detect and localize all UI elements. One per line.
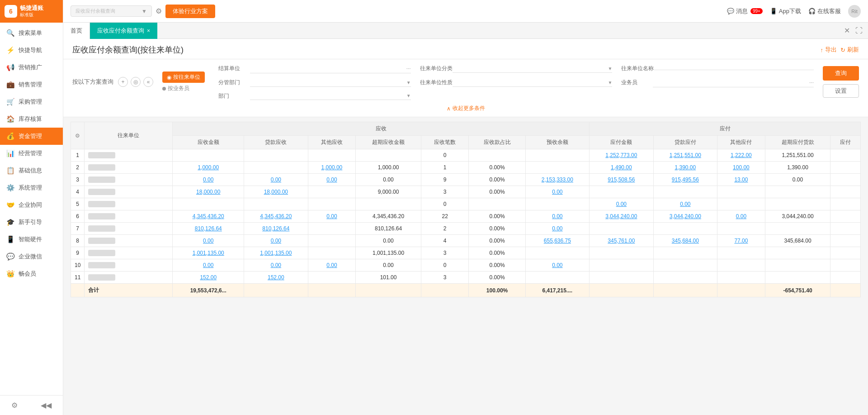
scheme-partner-unit[interactable]: ◉ 按往来单位 <box>162 72 205 83</box>
tabbar-actions: ✕ ⛶ <box>842 24 868 37</box>
sidebar-item-label-5: 库存核算 <box>19 115 42 123</box>
sidebar-item-icon-1: ⚡ <box>6 46 15 54</box>
edit-scheme-btn[interactable]: ◎ <box>131 77 141 87</box>
col-recv-0: 应收金额 <box>173 136 244 149</box>
sidebar-item-2[interactable]: 📢营销推广 <box>0 59 63 76</box>
sidebar-item-label-0: 搜索菜单 <box>19 29 42 37</box>
data-table: ⚙ 往来单位 应收 应付 应收金额贷款应收其他应收超期应收金额应收笔数应收款占比… <box>71 122 861 297</box>
sidebar-item-label-14: 畅会员 <box>19 270 36 278</box>
col-recv-3: 超期应收金额 <box>356 136 421 149</box>
sidebar-item-6[interactable]: 💰资金管理 <box>0 128 63 145</box>
search-area: 按以下方案查询 + ◎ « ◉ 按往来单位 按业务员 <box>63 59 868 117</box>
sidebar-item-label-9: 系统管理 <box>19 184 42 192</box>
service-icon: 🎧 <box>808 8 816 14</box>
service-btn[interactable]: 🎧 在线客服 <box>808 7 841 15</box>
col-payable-group: 应付 <box>590 122 861 136</box>
tab-home[interactable]: 首页 <box>63 23 90 39</box>
message-btn[interactable]: 💬 消息 99+ <box>727 7 763 15</box>
sidebar-item-12[interactable]: 📱智能硬件 <box>0 231 63 248</box>
expand-scheme-btn[interactable]: « <box>143 77 153 87</box>
sidebar-item-11[interactable]: 🎓新手引导 <box>0 214 63 231</box>
footer-label: 合计 <box>85 284 173 297</box>
col-recv-4: 应收笔数 <box>421 136 469 149</box>
table-container: ⚙ 往来单位 应收 应付 应收金额贷款应收其他应收超期应收金额应收笔数应收款占比… <box>63 117 868 415</box>
sidebar-item-icon-3: 💼 <box>6 81 15 89</box>
partner-name-input[interactable] <box>654 67 814 70</box>
app-download-btn[interactable]: 📱 App下载 <box>770 7 801 15</box>
sidebar-item-9[interactable]: ⚙️系统管理 <box>0 179 63 196</box>
footer-prepay: 6,417,215.... <box>525 284 590 297</box>
sidebar-item-label-3: 销售管理 <box>19 81 42 89</box>
field-partner-nature: 往来单位性质 ▼ <box>420 78 613 87</box>
promo-button[interactable]: 体验行业方案 <box>165 5 215 18</box>
sidebar-item-icon-2: 📢 <box>6 63 15 72</box>
salesperson-input[interactable]: ··· <box>653 78 814 87</box>
topbar-gear-icon[interactable]: ⚙ <box>156 7 162 15</box>
refresh-button[interactable]: ↻ 刷新 <box>840 46 859 54</box>
sidebar-item-icon-0: 🔍 <box>6 29 15 37</box>
sidebar-item-8[interactable]: 📋基础信息 <box>0 162 63 179</box>
tab-close-all-icon[interactable]: ✕ <box>842 24 852 37</box>
collapse-conditions-btn[interactable]: ∧ 收起更多条件 <box>72 105 859 112</box>
settings-footer-icon[interactable]: ⚙ <box>9 399 19 411</box>
export-button[interactable]: ↑ 导出 <box>821 46 837 54</box>
sidebar-footer: ⚙ ◀◀ <box>0 395 63 415</box>
col-pay-3: 超期应付货款 <box>765 136 830 149</box>
sidebar-item-5[interactable]: 🏠库存核算 <box>0 110 63 128</box>
scheme-salesperson[interactable]: 按业务员 <box>162 85 205 92</box>
department-input[interactable]: ▼ <box>250 92 411 100</box>
tab-active[interactable]: 应收应付余额查询 × <box>90 23 157 39</box>
settlement-unit-input[interactable]: ··· <box>250 64 411 73</box>
topbar: 应收应付余额查询 ▼ ⚙ 体验行业方案 💬 消息 99+ 📱 App下载 🎧 <box>63 0 868 23</box>
table-row: 11 152.00152.00101.0030.00% <box>71 272 861 284</box>
sidebar-item-10[interactable]: 🤝企业协同 <box>0 196 63 214</box>
add-scheme-btn[interactable]: + <box>118 77 128 87</box>
settings-button[interactable]: 设置 <box>823 84 859 98</box>
topbar-left: 应收应付余额查询 ▼ ⚙ 体验行业方案 <box>71 5 722 18</box>
user-menu[interactable]: Rit <box>848 5 861 18</box>
topbar-address[interactable]: 应收应付余额查询 ▼ <box>71 5 152 17</box>
col-recv-5: 应收款占比 <box>469 136 525 149</box>
sidebar-item-icon-5: 🏠 <box>6 115 15 123</box>
col-pay-2: 其他应付 <box>717 136 765 149</box>
col-settings-icon[interactable]: ⚙ <box>75 133 80 139</box>
user-avatar: Rit <box>848 5 861 18</box>
page-actions: ↑ 导出 ↻ 刷新 <box>821 46 859 54</box>
field-department: 部门 ▼ <box>218 92 411 100</box>
partner-nature-input[interactable]: ▼ <box>453 79 613 87</box>
sidebar-item-7[interactable]: 📊经营管理 <box>0 145 63 162</box>
sidebar-item-0[interactable]: 🔍搜索菜单 <box>0 24 63 42</box>
sidebar-item-icon-4: 🛒 <box>6 98 15 106</box>
query-button[interactable]: 查询 <box>823 66 859 81</box>
col-pay-0: 应付金额 <box>590 136 654 149</box>
division-input[interactable]: ▼ <box>250 79 411 87</box>
sidebar-item-3[interactable]: 💼销售管理 <box>0 76 63 93</box>
col-recv-2: 其他应收 <box>308 136 356 149</box>
sidebar-item-label-13: 企业微信 <box>19 253 42 261</box>
table-row: 9 1,001,135.001,001,135.001,001,135.0030… <box>71 247 861 259</box>
right-buttons: 查询 设置 <box>823 66 859 98</box>
sidebar-item-1[interactable]: ⚡快捷导航 <box>0 42 63 59</box>
field-division: 分管部门 ▼ <box>218 78 411 87</box>
table-row: 8 0.000.000.0040.00%655,636.75345,761.00… <box>71 235 861 247</box>
search-scheme-row: 按以下方案查询 + ◎ « ◉ 按往来单位 按业务员 <box>72 64 859 100</box>
message-badge: 99+ <box>750 8 763 14</box>
collapse-icon: ∧ <box>447 105 451 112</box>
sidebar-logo: 6 畅捷通账 标准版 <box>0 0 63 23</box>
sidebar-item-14[interactable]: 👑畅会员 <box>0 265 63 282</box>
field-salesperson: 业务员 ··· <box>621 78 814 87</box>
partner-category-input[interactable]: ▼ <box>453 65 613 73</box>
tab-maximize-icon[interactable]: ⛶ <box>854 25 864 37</box>
sidebar-item-label-7: 经营管理 <box>19 149 42 157</box>
message-icon: 💬 <box>727 8 734 14</box>
sidebar: 6 畅捷通账 标准版 🔍搜索菜单⚡快捷导航📢营销推广💼销售管理🛒采购管理🏠库存核… <box>0 0 63 415</box>
table-row: 5 00.000.00 <box>71 198 861 210</box>
sidebar-item-13[interactable]: 💬企业微信 <box>0 248 63 265</box>
tab-close-icon[interactable]: × <box>147 28 150 34</box>
table-footer-row: 合计 19,553,472,6... 100.00% 6,417,215.... <box>71 284 861 297</box>
col-pay-4: 应付 <box>830 136 861 149</box>
collapse-sidebar-icon[interactable]: ◀◀ <box>39 399 53 411</box>
sidebar-item-4[interactable]: 🛒采购管理 <box>0 93 63 110</box>
sidebar-item-label-1: 快捷导航 <box>19 46 42 54</box>
sidebar-item-icon-8: 📋 <box>6 167 15 175</box>
